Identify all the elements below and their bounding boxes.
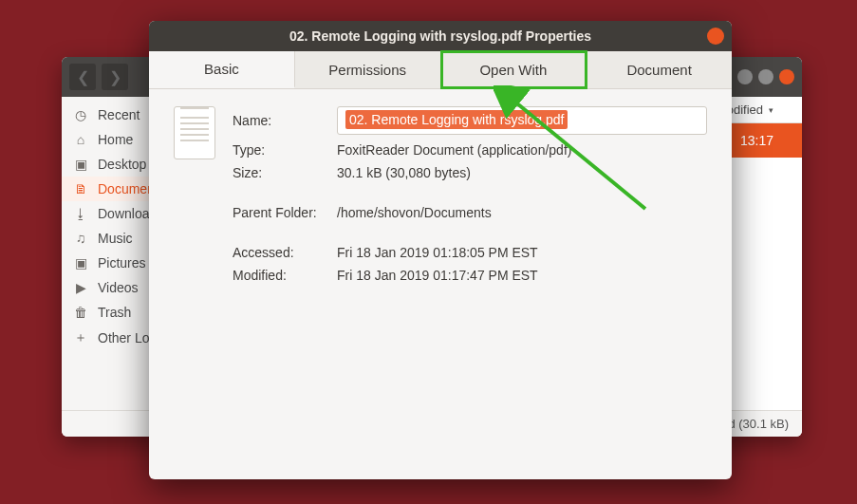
documents-icon: 🗎 <box>73 181 88 196</box>
sidebar-item-label: Home <box>98 132 133 147</box>
dialog-titlebar: 02. Remote Logging with rsyslog.pdf Prop… <box>149 21 732 51</box>
file-thumbnail-icon <box>174 106 215 159</box>
dialog-title: 02. Remote Logging with rsyslog.pdf Prop… <box>289 28 591 44</box>
sidebar-item-label: Recent <box>98 107 140 122</box>
recent-icon: ◷ <box>73 107 88 122</box>
nav-forward-button[interactable]: ❯ <box>102 64 128 90</box>
window-controls <box>737 69 794 84</box>
file-modified-time: 13:17 <box>740 133 773 148</box>
sort-indicator-icon: ▾ <box>769 105 773 115</box>
properties-dialog: 02. Remote Logging with rsyslog.pdf Prop… <box>149 21 732 479</box>
value-modified: Fri 18 Jan 2019 01:17:47 PM EST <box>337 268 707 283</box>
sidebar-item-label: Trash <box>98 305 131 320</box>
maximize-icon[interactable] <box>758 69 773 84</box>
value-parent: /home/shovon/Documents <box>337 205 707 220</box>
property-fields: Name: 02. Remote Logging with rsyslog.pd… <box>233 106 707 283</box>
dialog-body: Name: 02. Remote Logging with rsyslog.pd… <box>149 89 732 300</box>
pictures-icon: ▣ <box>73 255 88 271</box>
sidebar-item-label: Desktop <box>98 157 146 172</box>
name-value: 02. Remote Logging with rsyslog.pdf <box>345 110 568 129</box>
sidebar-item-label: Music <box>98 231 133 246</box>
name-input[interactable]: 02. Remote Logging with rsyslog.pdf <box>337 106 707 135</box>
label-name: Name: <box>233 113 337 128</box>
sidebar-item-label: Pictures <box>98 255 146 271</box>
tab-permissions[interactable]: Permissions <box>295 51 441 88</box>
value-accessed: Fri 18 Jan 2019 01:18:05 PM EST <box>337 245 707 260</box>
videos-icon: ▶ <box>73 280 88 295</box>
tab-open-with[interactable]: Open With <box>441 51 587 88</box>
dialog-close-icon[interactable] <box>707 28 724 45</box>
nav-back-button[interactable]: ❮ <box>69 64 96 90</box>
music-icon: ♫ <box>73 231 88 246</box>
home-icon: ⌂ <box>73 132 88 147</box>
minimize-icon[interactable] <box>737 69 753 84</box>
tab-document[interactable]: Document <box>587 51 732 88</box>
downloads-icon: ⭳ <box>73 206 88 221</box>
window-close-icon[interactable] <box>779 69 794 84</box>
other locations-icon: ＋ <box>73 329 88 346</box>
tab-basic[interactable]: Basic <box>149 51 295 88</box>
value-size: 30.1 kB (30,080 bytes) <box>337 165 707 180</box>
label-modified: Modified: <box>233 268 337 283</box>
tab-bar: BasicPermissionsOpen WithDocument <box>149 51 732 89</box>
label-type: Type: <box>233 142 337 158</box>
label-size: Size: <box>233 165 337 180</box>
label-accessed: Accessed: <box>233 245 337 260</box>
desktop-icon: ▣ <box>73 157 88 172</box>
trash-icon: 🗑 <box>73 305 88 320</box>
label-parent: Parent Folder: <box>233 205 337 220</box>
value-type: FoxitReader Document (application/pdf) <box>337 142 707 158</box>
sidebar-item-label: Videos <box>98 280 139 295</box>
